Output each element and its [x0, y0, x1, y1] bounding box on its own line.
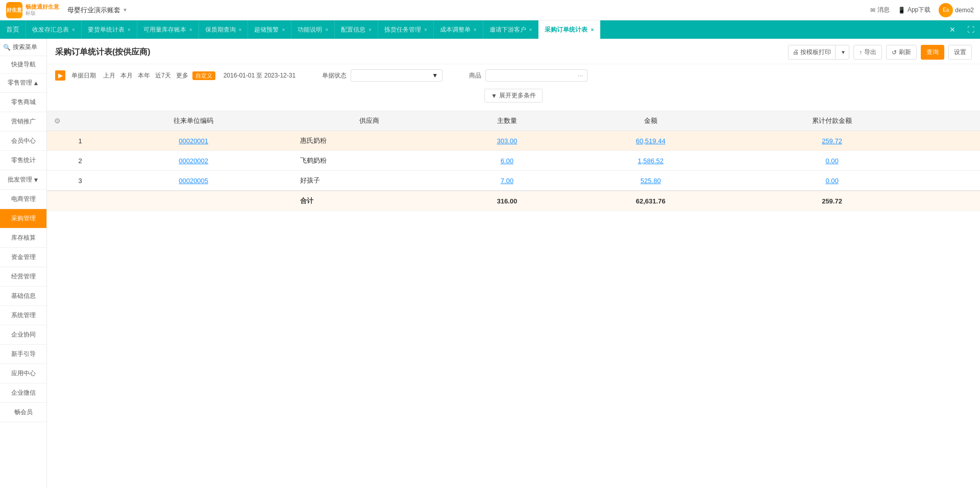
sidebar-item-marketing[interactable]: 营销推广	[0, 112, 46, 132]
sidebar-item-basic[interactable]: 基础信息	[0, 287, 46, 306]
settings-label: 设置	[954, 48, 966, 57]
tab-chengben[interactable]: 成本调整单 ×	[434, 20, 483, 39]
row-quantity-link[interactable]: 7.00	[501, 177, 513, 185]
print-dropdown-icon[interactable]: ▼	[838, 47, 849, 58]
tab-home[interactable]: 首页	[0, 20, 26, 39]
tab-close-all-button[interactable]: ✕	[943, 20, 962, 39]
sidebar-item-system[interactable]: 系统管理	[0, 306, 46, 325]
tab-caigou-close[interactable]: ×	[591, 27, 594, 33]
row-code-link[interactable]: 00020005	[179, 177, 208, 185]
sidebar-retail-label: 零售管理	[8, 79, 32, 87]
chevron-down-icon: ▲	[33, 80, 39, 87]
app-download-button[interactable]: 📱 App下载	[898, 6, 930, 14]
sidebar-item-newbie[interactable]: 新手引导	[0, 345, 46, 364]
sidebar-item-retail[interactable]: 零售管理 ▲	[0, 73, 46, 93]
expand-label: 展开更多条件	[499, 91, 536, 100]
sidebar-item-retail-stat[interactable]: 零售统计	[0, 151, 46, 170]
tab-keyong-close[interactable]: ×	[189, 27, 192, 33]
shortcut-this-month[interactable]: 本月	[119, 71, 134, 80]
message-button[interactable]: ✉ 消息	[870, 6, 890, 14]
export-button[interactable]: ↑ 导出	[853, 45, 882, 60]
goods-input[interactable]: ···	[485, 69, 587, 82]
row-quantity-link[interactable]: 303.00	[497, 137, 517, 145]
shortcut-more[interactable]: 更多	[175, 71, 189, 80]
custom-date-badge[interactable]: 自定义	[192, 71, 215, 80]
sidebar-item-member[interactable]: 会员中心	[0, 132, 46, 151]
sidebar-item-quicknav[interactable]: 快捷导航	[0, 56, 46, 73]
tab-chaochu-close[interactable]: ×	[282, 27, 285, 33]
column-settings-icon[interactable]: ⚙	[54, 117, 61, 125]
tab-yaoqing[interactable]: 邀请下游客户 ×	[483, 20, 539, 39]
shortcut-7days[interactable]: 近7天	[154, 71, 172, 80]
table-row: 3 00020005 好孩子 7.00 525.80 0.00	[47, 171, 980, 191]
tab-pihuo[interactable]: 拣货任务管理 ×	[378, 20, 434, 39]
tab-yaohuo[interactable]: 要货单统计表 ×	[82, 20, 137, 39]
col-supplier: 供应商	[294, 111, 444, 131]
page-actions: 🖨 按模板打印 ▼ ↑ 导出 ↺ 刷新 查询	[788, 45, 972, 60]
sidebar-item-app-center[interactable]: 应用中心	[0, 364, 46, 383]
query-button[interactable]: 查询	[921, 45, 944, 60]
tab-gongneng[interactable]: 功能说明 ×	[291, 20, 335, 39]
status-select[interactable]: ▼	[351, 69, 443, 82]
settings-button[interactable]: 设置	[948, 45, 972, 60]
tab-shoufa-close[interactable]: ×	[72, 27, 75, 33]
tab-peizhi-close[interactable]: ×	[369, 27, 372, 33]
tab-yaohuo-close[interactable]: ×	[128, 27, 131, 33]
tab-chaochu[interactable]: 超储预警 ×	[248, 20, 291, 39]
print-button[interactable]: 🖨 按模板打印 ▼	[788, 45, 849, 60]
tab-yaoqing-close[interactable]: ×	[529, 27, 532, 33]
sidebar-vip-label: 畅会员	[14, 408, 33, 416]
tab-caigou[interactable]: 采购订单统计表 ×	[538, 20, 600, 39]
row-empty	[933, 131, 980, 151]
tab-chengben-close[interactable]: ×	[474, 27, 477, 33]
sidebar-item-purchase[interactable]: 采购管理	[0, 209, 46, 228]
sidebar-item-ecommerce[interactable]: 电商管理	[0, 190, 46, 209]
expand-more-button[interactable]: ▼ 展开更多条件	[484, 89, 543, 102]
sidebar-item-wholesale[interactable]: 批发管理 ▼	[0, 170, 46, 190]
sidebar-search[interactable]: 🔍 搜索菜单	[0, 39, 46, 56]
row-paid-link[interactable]: 259.72	[822, 137, 842, 145]
tab-peizhi[interactable]: 配置信息 ×	[335, 20, 378, 39]
row-amount-link[interactable]: 525.80	[641, 177, 661, 185]
row-code-link[interactable]: 00020002	[179, 157, 208, 165]
filter-toggle-button[interactable]: ▶	[55, 70, 65, 81]
page-content: 采购订单统计表(按供应商) 🖨 按模板打印 ▼ ↑ 导出 ↺	[47, 39, 980, 488]
user-profile[interactable]: Ea demo2	[939, 3, 974, 17]
refresh-button[interactable]: ↺ 刷新	[886, 45, 917, 60]
tab-peizhi-label: 配置信息	[341, 25, 365, 34]
tab-baozhiqi[interactable]: 保质期查询 ×	[199, 20, 249, 39]
tab-shoufa[interactable]: 收发存汇总表 ×	[26, 20, 82, 39]
tab-maximize-button[interactable]: ⛶	[962, 20, 980, 39]
sidebar-item-finance[interactable]: 资金管理	[0, 248, 46, 267]
sidebar-newbie-label: 新手引导	[11, 350, 36, 357]
row-supplier: 惠氏奶粉	[294, 131, 444, 151]
row-paid: 0.00	[731, 151, 933, 171]
tab-home-label: 首页	[6, 25, 19, 34]
sidebar-inventory-label: 库存核算	[11, 234, 36, 241]
shortcut-this-year[interactable]: 本年	[137, 71, 151, 80]
sidebar-item-vip[interactable]: 畅会员	[0, 403, 46, 422]
table-row: 2 00020002 飞鹤奶粉 6.00 1,586.52 0.00	[47, 151, 980, 171]
sidebar-item-retail-shop[interactable]: 零售商城	[0, 93, 46, 112]
row-paid-link[interactable]: 0.00	[825, 177, 838, 185]
row-amount-link[interactable]: 1,586.52	[638, 157, 664, 165]
row-quantity-link[interactable]: 6.00	[501, 157, 513, 165]
date-shortcuts: 上月 本月 本年 近7天 更多 自定义	[102, 71, 215, 80]
tab-keyong[interactable]: 可用量库存账本 ×	[137, 20, 199, 39]
row-code-link[interactable]: 00020001	[179, 137, 208, 145]
page-title: 采购订单统计表(按供应商)	[55, 47, 151, 58]
tab-gongneng-close[interactable]: ×	[325, 27, 328, 33]
row-paid-link[interactable]: 0.00	[825, 157, 838, 165]
workspace-selector[interactable]: 母婴行业演示账套 ▼	[67, 6, 128, 15]
tab-pihuo-close[interactable]: ×	[424, 27, 427, 33]
sidebar-item-wechat[interactable]: 企业微信	[0, 383, 46, 403]
print-button-label[interactable]: 🖨 按模板打印	[789, 45, 836, 59]
sidebar-retail-stat-label: 零售统计	[11, 157, 36, 164]
row-empty	[933, 171, 980, 191]
sidebar-item-operation[interactable]: 经营管理	[0, 267, 46, 287]
sidebar-item-enterprise[interactable]: 企业协同	[0, 325, 46, 345]
shortcut-last-month[interactable]: 上月	[102, 71, 116, 80]
tab-baozhiqi-close[interactable]: ×	[239, 27, 242, 33]
row-amount-link[interactable]: 60,519.44	[636, 137, 666, 145]
sidebar-item-inventory[interactable]: 库存核算	[0, 228, 46, 248]
